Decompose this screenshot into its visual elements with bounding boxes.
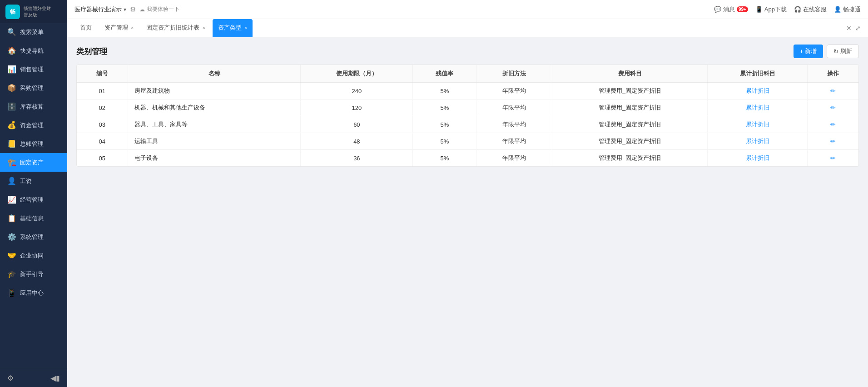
table-cell: 48 [301, 133, 413, 150]
topbar-dropdown-icon[interactable]: ▾ [124, 6, 126, 13]
operations-icon: 📈 [7, 195, 15, 204]
table-cell: 器具、工具、家具等 [128, 116, 301, 133]
cooperation-icon: 🤝 [7, 251, 15, 260]
sidebar-item-sales[interactable]: 📊销售管理 [0, 60, 67, 79]
table-row: 01房屋及建筑物2405%年限平均管理费用_固定资产折旧累计折旧✏ [77, 83, 858, 99]
table-cell: 机器、机械和其他生产设备 [128, 99, 301, 116]
topbar-left: 医疗器械行业演示 ▾ ⚙ ☁ 我要体验一下 [74, 5, 709, 14]
new-button[interactable]: + 新增 [794, 45, 823, 58]
table-cell: 累计折旧 [708, 133, 808, 150]
sidebar-item-inventory[interactable]: 🗄️库存核算 [0, 97, 67, 116]
tab-label-depreciation-table: 固定资产折旧统计表 [146, 24, 199, 32]
topbar-experience[interactable]: ☁ 我要体验一下 [139, 5, 179, 13]
app-logo-icon: 畅 [5, 5, 20, 19]
sidebar-item-system[interactable]: ⚙️系统管理 [0, 228, 67, 246]
sidebar-item-capital[interactable]: 💰资金管理 [0, 116, 67, 134]
edit-action-cell[interactable]: ✏ [808, 99, 858, 116]
topbar-messages[interactable]: 💬 消息 99+ [714, 5, 748, 14]
data-table-wrap: 编号名称使用期限（月）残值率折旧方法费用科目累计折旧科目操作 01房屋及建筑物2… [76, 64, 859, 167]
close-window-button[interactable]: ✕ [846, 25, 852, 32]
table-row: 05电子设备365%年限平均管理费用_固定资产折旧累计折旧✏ [77, 150, 858, 167]
col-header: 使用期限（月） [301, 65, 413, 83]
table-cell: 年限平均 [476, 83, 552, 99]
sidebar-item-label: 搜索菜单 [20, 28, 44, 36]
sidebar-item-label: 系统管理 [20, 233, 44, 241]
sidebar-item-label: 经营管理 [20, 196, 44, 204]
table-cell: 电子设备 [128, 150, 301, 167]
refresh-button[interactable]: ↻ 刷新 [827, 45, 859, 58]
tab-asset-mgmt[interactable]: 资产管理 × [99, 19, 139, 37]
user-avatar-icon: 👤 [834, 6, 841, 13]
table-cell: 年限平均 [476, 150, 552, 167]
table-cell: 01 [77, 83, 128, 99]
sidebar-item-purchase[interactable]: 📦采购管理 [0, 79, 67, 97]
sidebar-item-label: 基础信息 [20, 214, 44, 223]
sidebar-item-label: 新手引导 [20, 270, 44, 278]
tab-close-depreciation-table[interactable]: × [202, 25, 205, 30]
page-header: 类别管理 + 新增 ↻ 刷新 [76, 45, 859, 58]
refresh-icon: ↻ [833, 48, 838, 55]
table-cell: 累计折旧 [708, 83, 808, 99]
sidebar-item-app-center[interactable]: 📱应用中心 [0, 283, 67, 302]
col-header: 折旧方法 [476, 65, 552, 83]
tab-close-asset-mgmt[interactable]: × [131, 25, 134, 30]
cloud-icon: ☁ [139, 6, 145, 13]
tab-asset-type[interactable]: 资产类型 × [213, 19, 253, 37]
sidebar-item-ledger[interactable]: 📒总账管理 [0, 134, 67, 153]
sidebar-item-label: 快捷导航 [20, 47, 44, 55]
main-area: 医疗器械行业演示 ▾ ⚙ ☁ 我要体验一下 💬 消息 99+ 📱 App下载 🎧… [67, 0, 868, 387]
fixed-assets-icon: 🏗️ [7, 158, 15, 167]
sidebar-item-fixed-assets[interactable]: 🏗️固定资产 [0, 153, 67, 172]
table-cell: 年限平均 [476, 99, 552, 116]
sidebar-item-search[interactable]: 🔍搜索菜单 [0, 23, 67, 41]
topbar-settings-icon[interactable]: ⚙ [130, 5, 136, 14]
tab-label-asset-mgmt: 资产管理 [104, 24, 128, 32]
table-cell: 240 [301, 83, 413, 99]
sidebar-item-cooperation[interactable]: 🤝企业协同 [0, 246, 67, 265]
guide-icon: 🎓 [7, 270, 15, 278]
maximize-window-button[interactable]: ⤢ [855, 25, 861, 32]
sidebar-item-label: 销售管理 [20, 65, 44, 74]
phone-icon: 📱 [755, 6, 763, 13]
topbar-customer-service[interactable]: 🎧 在线客服 [794, 5, 827, 14]
sidebar-item-guide[interactable]: 🎓新手引导 [0, 265, 67, 283]
col-header: 费用科目 [552, 65, 707, 83]
sidebar-item-label: 应用中心 [20, 289, 44, 297]
settings-icon[interactable]: ⚙ [7, 374, 14, 382]
col-header: 操作 [808, 65, 858, 83]
tab-close-asset-type[interactable]: × [244, 25, 247, 30]
sidebar-item-operations[interactable]: 📈经营管理 [0, 190, 67, 209]
collapse-icon[interactable]: ◀▮ [50, 374, 60, 382]
sidebar-item-label: 企业协同 [20, 252, 44, 260]
topbar: 医疗器械行业演示 ▾ ⚙ ☁ 我要体验一下 💬 消息 99+ 📱 App下载 🎧… [67, 0, 868, 19]
edit-action-cell[interactable]: ✏ [808, 133, 858, 150]
system-icon: ⚙️ [7, 233, 15, 241]
sidebar-item-basic-info[interactable]: 📋基础信息 [0, 209, 67, 228]
tab-depreciation-table[interactable]: 固定资产折旧统计表 × [141, 19, 210, 37]
app-logo-text: 畅捷通好业财 普及版 [24, 5, 51, 18]
edit-action-cell[interactable]: ✏ [808, 150, 858, 167]
table-cell: 120 [301, 99, 413, 116]
table-cell: 36 [301, 150, 413, 167]
sidebar-logo: 畅 畅捷通好业财 普及版 [0, 0, 67, 23]
sidebar: 畅 畅捷通好业财 普及版 🔍搜索菜单🏠快捷导航📊销售管理📦采购管理🗄️库存核算💰… [0, 0, 67, 387]
sidebar-item-label: 资金管理 [20, 121, 44, 129]
page-content: 类别管理 + 新增 ↻ 刷新 编号名称使用期限（月）残值率折旧方法费用科目累计折… [67, 37, 868, 387]
headset-icon: 🎧 [794, 6, 801, 13]
window-controls: ✕ ⤢ [846, 25, 861, 32]
topbar-app-download[interactable]: 📱 App下载 [755, 5, 787, 14]
table-cell: 年限平均 [476, 133, 552, 150]
sidebar-item-salary[interactable]: 👤工资 [0, 172, 67, 190]
table-row: 04运输工具485%年限平均管理费用_固定资产折旧累计折旧✏ [77, 133, 858, 150]
table-cell: 5% [413, 83, 476, 99]
table-cell: 管理费用_固定资产折旧 [552, 116, 707, 133]
edit-action-cell[interactable]: ✏ [808, 83, 858, 99]
tab-home[interactable]: 首页 [74, 19, 97, 37]
table-cell: 60 [301, 116, 413, 133]
topbar-user[interactable]: 👤 畅捷通 [834, 5, 861, 14]
sidebar-item-quick-nav[interactable]: 🏠快捷导航 [0, 41, 67, 60]
table-cell: 5% [413, 99, 476, 116]
sidebar-nav: 🔍搜索菜单🏠快捷导航📊销售管理📦采购管理🗄️库存核算💰资金管理📒总账管理🏗️固定… [0, 23, 67, 369]
topbar-right: 💬 消息 99+ 📱 App下载 🎧 在线客服 👤 畅捷通 [714, 5, 861, 14]
edit-action-cell[interactable]: ✏ [808, 116, 858, 133]
